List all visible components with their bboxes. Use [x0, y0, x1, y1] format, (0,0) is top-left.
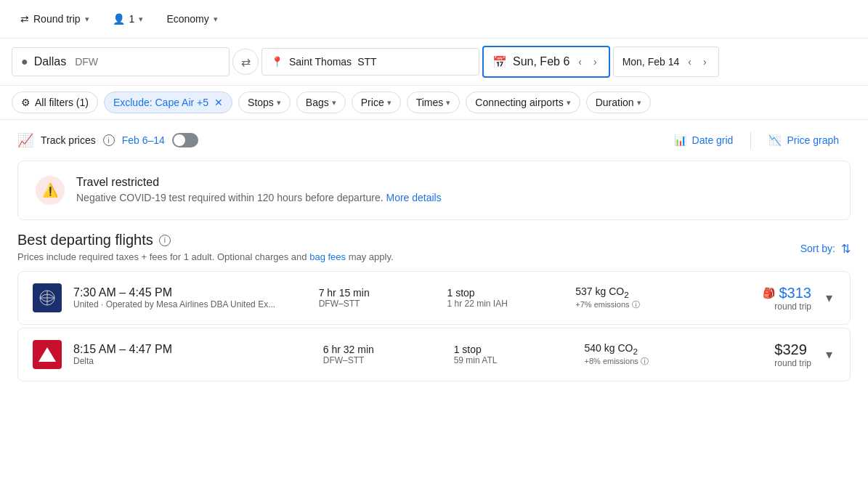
cabin-label: Economy — [166, 13, 208, 25]
origin-field[interactable]: ● Dallas DFW — [12, 47, 230, 76]
all-filters-label: All filters (1) — [35, 97, 89, 108]
passengers-button[interactable]: 👤 1 ▾ — [104, 7, 153, 31]
return-date-field[interactable]: Mon, Feb 14 ‹ › — [613, 46, 719, 77]
filters-bar: ⚙ All filters (1) Exclude: Cape Air +5 ✕… — [0, 86, 868, 120]
sort-icon[interactable]: ⇅ — [841, 242, 851, 256]
bags-chevron-icon: ▾ — [332, 98, 336, 108]
track-prices-label: Track prices — [41, 134, 96, 146]
flight-stops: 1 stop 1 hr 22 min IAH — [447, 287, 564, 309]
depart-date-field[interactable]: 📅 Sun, Feb 6 ‹ › — [482, 46, 610, 78]
exclude-close-icon[interactable]: ✕ — [214, 97, 223, 108]
round-trip-button[interactable]: ⇄ Round trip ▾ — [12, 7, 98, 31]
price-type: round trip — [763, 301, 812, 312]
flight-times: 8:15 AM – 4:47 PM Delta — [73, 343, 312, 366]
passengers-chevron-icon: ▾ — [139, 15, 143, 24]
expand-flight-button[interactable]: ▾ — [823, 344, 835, 365]
flight-row[interactable]: 8:15 AM – 4:47 PM Delta 6 hr 32 min DFW–… — [17, 328, 851, 381]
duration-text: 7 hr 15 min — [319, 287, 436, 299]
price-graph-icon: 📉 — [768, 134, 781, 146]
route-text: DFW–STT — [323, 355, 442, 365]
bags-filter-button[interactable]: Bags ▾ — [296, 92, 346, 113]
sort-by-label: Sort by: — [800, 243, 835, 254]
round-trip-label: Round trip — [33, 13, 81, 25]
stops-text: 1 stop — [447, 287, 564, 299]
price-value: $329 — [774, 341, 811, 358]
times-chevron-icon: ▾ — [446, 98, 450, 108]
bag-icon: 🎒 — [763, 287, 775, 299]
destination-pin-icon: 📍 — [271, 56, 283, 68]
price-amount: $329 — [774, 341, 807, 358]
route-text: DFW–STT — [319, 299, 436, 309]
connecting-airports-chevron-icon: ▾ — [567, 98, 571, 108]
times-filter-button[interactable]: Times ▾ — [407, 92, 461, 113]
duration-text: 6 hr 32 min — [323, 344, 442, 355]
calendar-icon: 📅 — [492, 55, 507, 69]
stops-filter-button[interactable]: Stops ▾ — [238, 92, 291, 113]
origin-dot-icon: ● — [21, 55, 28, 68]
view-buttons-area: 📊 Date grid 📉 Price graph — [662, 129, 851, 152]
airline-name: Delta — [73, 356, 312, 366]
travel-warning-card: ⚠️ Travel restricted Negative COVID-19 t… — [17, 161, 851, 220]
view-divider — [750, 131, 751, 149]
track-info-icon[interactable]: i — [103, 134, 115, 146]
united-logo — [33, 283, 62, 312]
return-date: Mon, Feb 14 — [622, 56, 680, 68]
flight-emissions: 540 kg CO2 +8% emissions ⓘ — [585, 342, 763, 367]
price-graph-button[interactable]: 📉 Price graph — [757, 129, 851, 152]
flight-stops: 1 stop 59 min ATL — [454, 344, 573, 365]
stops-text: 1 stop — [454, 344, 573, 355]
return-next-button[interactable]: › — [700, 53, 710, 70]
depart-prev-button[interactable]: ‹ — [575, 53, 585, 70]
track-section: 📈 Track prices i Feb 6–14 📊 Date grid 📉 … — [0, 120, 868, 161]
expand-flight-button[interactable]: ▾ — [823, 287, 835, 309]
duration-label: Duration — [596, 97, 634, 108]
connecting-airports-filter-button[interactable]: Connecting airports ▾ — [466, 92, 580, 113]
passengers-label: 1 — [129, 13, 135, 25]
flight-duration: 7 hr 15 min DFW–STT — [319, 287, 436, 309]
track-prices-area: 📈 Track prices i Feb 6–14 — [17, 132, 198, 148]
warning-body-text: Negative COVID-19 test required within 1… — [76, 192, 384, 203]
depart-date: Sun, Feb 6 — [513, 55, 569, 68]
destination-name: Saint Thomas — [289, 56, 352, 68]
swap-airports-button[interactable]: ⇄ — [232, 49, 259, 75]
more-details-link[interactable]: More details — [386, 192, 441, 203]
price-type: round trip — [774, 358, 811, 368]
exclude-filter-chip[interactable]: Exclude: Cape Air +5 ✕ — [104, 92, 232, 113]
warning-text: Negative COVID-19 test required within 1… — [76, 192, 442, 203]
all-filters-button[interactable]: ⚙ All filters (1) — [12, 92, 98, 113]
flight-times: 7:30 AM – 4:45 PM United · Operated by M… — [73, 286, 307, 309]
best-flights-title: Best departing flights — [17, 232, 153, 248]
date-grid-button[interactable]: 📊 Date grid — [662, 129, 745, 152]
return-prev-button[interactable]: ‹ — [685, 53, 694, 70]
depart-next-button[interactable]: › — [591, 53, 600, 70]
co2-text: 540 kg CO2 — [585, 342, 763, 356]
duration-chevron-icon: ▾ — [637, 98, 641, 108]
warning-content: Travel restricted Negative COVID-19 test… — [76, 176, 442, 203]
track-prices-toggle[interactable] — [172, 133, 198, 147]
delta-logo — [33, 340, 62, 369]
bag-fees-link[interactable]: bag fees — [309, 251, 346, 262]
flight-time-range: 8:15 AM – 4:47 PM — [73, 343, 312, 356]
co2-text: 537 kg CO2 — [575, 286, 750, 299]
emissions-info-icon[interactable]: ⓘ — [641, 357, 649, 365]
round-trip-chevron-icon: ▾ — [85, 15, 89, 24]
sort-bar: Sort by: ⇅ — [800, 242, 851, 256]
price-amount: $313 — [779, 285, 812, 301]
destination-field[interactable]: 📍 Saint Thomas STT — [261, 48, 479, 76]
flight-price: 🎒 $313 round trip — [763, 285, 812, 312]
emissions-info-icon[interactable]: ⓘ — [632, 300, 640, 309]
date-grid-icon: 📊 — [674, 134, 686, 146]
subtitle-text2: may apply. — [349, 251, 394, 262]
best-flights-info-icon[interactable]: i — [159, 235, 171, 246]
flight-row[interactable]: 7:30 AM – 4:45 PM United · Operated by M… — [17, 271, 851, 325]
cabin-button[interactable]: Economy ▾ — [158, 7, 226, 31]
swap-icon: ⇄ — [241, 55, 251, 69]
track-date-range: Feb 6–14 — [122, 134, 165, 146]
flight-time-range: 7:30 AM – 4:45 PM — [73, 286, 307, 299]
price-filter-button[interactable]: Price ▾ — [352, 92, 401, 113]
duration-filter-button[interactable]: Duration ▾ — [586, 92, 651, 113]
trending-up-icon: 📈 — [17, 132, 33, 148]
destination-code: STT — [357, 56, 376, 68]
connecting-airports-label: Connecting airports — [475, 97, 563, 108]
flight-duration: 6 hr 32 min DFW–STT — [323, 344, 442, 365]
